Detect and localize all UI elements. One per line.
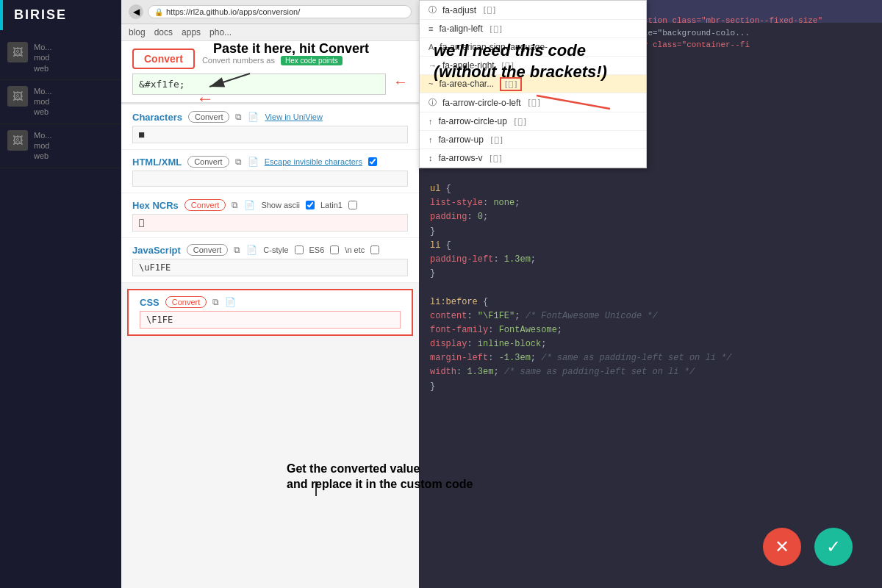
htmlxml-convert-btn[interactable]: Convert: [187, 156, 229, 168]
fa-arrow-circle-up-code: []: [513, 117, 528, 126]
css-line-11: font-family: FontAwesome;: [430, 323, 871, 337]
fa-adjust-code: []: [482, 5, 497, 15]
javascript-section: JavaScript Convert ⧉ 📄 C-style ES6 \n et…: [121, 238, 419, 283]
convert-numbers-label: Convert numbers as: [202, 56, 275, 65]
dropdown-overlay: ⓘ fa-adjust [] ≡ fa-align-left [] A fa…: [419, 0, 647, 168]
characters-title: Characters: [132, 112, 182, 123]
hexncrs-title: Hex NCRs: [132, 200, 179, 211]
nav-pho[interactable]: pho...: [209, 27, 232, 37]
css-line-9: li:before {: [430, 295, 871, 309]
dropdown-item-fa-arrows-v[interactable]: ↕ fa-arrows-v []: [420, 149, 646, 168]
sidebar-brand: BIRISE: [0, 0, 121, 30]
main-convert-button[interactable]: Convert: [132, 49, 195, 69]
characters-convert-btn[interactable]: Convert: [188, 111, 230, 123]
css-line-12: display: inline-block;: [430, 337, 871, 351]
sidebar-item-1[interactable]: 🖼 Mo...modweb: [0, 36, 121, 80]
dropdown-item-fa-adjust[interactable]: ⓘ fa-adjust []: [420, 1, 646, 20]
htmlxml-copy-icon[interactable]: ⧉: [235, 157, 242, 167]
fa-american-name: fa-american-sign-language-: [440, 42, 548, 52]
css-line-8: [430, 281, 871, 295]
javascript-file-icon[interactable]: 📄: [246, 245, 257, 255]
url-text: https://rl2a.github.io/apps/conversion/: [166, 7, 300, 16]
sidebar-item-3[interactable]: 🖼 Mo...modweb: [0, 124, 121, 168]
css-line-7: }: [430, 267, 871, 281]
fa-angle-right-code: []: [501, 61, 515, 71]
fa-area-char-code: []: [500, 79, 522, 89]
escape-invisible-btn[interactable]: Escape invisible characters: [265, 157, 362, 166]
url-bar[interactable]: 🔒 https://rl2a.github.io/apps/conversion…: [148, 5, 412, 18]
fa-arrows-v-code: []: [489, 154, 503, 163]
fa-arrows-v-name: fa-arrows-v: [439, 153, 483, 163]
css-line-10: content: "\F1FE"; /* FontAwesome Unicode…: [430, 309, 871, 323]
fa-arrow-circle-o-left-name: fa-arrow-circle-o-left: [442, 98, 521, 108]
htmlxml-result: [132, 171, 408, 187]
fa-arrow-up-name: fa-arrow-up: [439, 135, 484, 145]
css-line-14: width: 1.3em; /* same as padding-left se…: [430, 365, 871, 379]
es6-checkbox[interactable]: [330, 245, 339, 254]
dropdown-item-fa-arrow-circle-o-left[interactable]: ⓘ fa-arrow-circle-o-left []: [420, 93, 646, 112]
dropdown-item-fa-american[interactable]: A fa-american-sign-language-: [420, 38, 646, 57]
sidebar-item-icon-2: 🖼: [7, 86, 28, 107]
convert-options: Convert numbers as Hex code points: [202, 56, 343, 65]
fa-area-char-icon: ~: [429, 79, 433, 88]
cstyle-checkbox[interactable]: [295, 245, 304, 254]
hexncrs-section: Hex NCRs Convert ⧉ 📄 Show ascii Latin1 : [121, 193, 419, 238]
fa-arrow-circle-up-icon: ↑: [429, 117, 433, 126]
fa-american-icon: A: [429, 43, 434, 51]
characters-copy-icon[interactable]: ⧉: [235, 112, 242, 122]
html-line1: <section class="mbr-section--fixed-size": [628, 16, 822, 25]
netc-label: \n etc: [345, 245, 365, 254]
fa-align-left-name: fa-align-left: [439, 24, 482, 34]
confirm-button[interactable]: ✓: [814, 528, 853, 566]
sidebar-item-icon-1: 🖼: [7, 42, 28, 62]
cstyle-label: C-style: [263, 245, 288, 254]
javascript-result: \uF1FE: [132, 259, 408, 276]
sidebar-items: 🖼 Mo...modweb 🖼 Mo...modweb 🖼 Mo...modwe…: [0, 36, 121, 168]
fa-arrow-circle-o-left-code: []: [527, 98, 542, 107]
css-code-content: ul { list-style: none; padding: 0; } li …: [419, 171, 882, 405]
latin1-checkbox[interactable]: [348, 201, 357, 209]
css-result: \F1FE: [140, 311, 401, 329]
sidebar-item-2[interactable]: 🖼 Mo...modweb: [0, 80, 121, 124]
hexncrs-copy-icon[interactable]: ⧉: [232, 200, 238, 210]
dropdown-item-fa-angle-right[interactable]: → fa-angle-right []: [420, 57, 646, 75]
javascript-convert-btn[interactable]: Convert: [187, 244, 229, 256]
cancel-button[interactable]: ✕: [763, 528, 801, 566]
hexncrs-file-icon[interactable]: 📄: [244, 200, 255, 210]
fa-area-highlighted-code: []: [500, 77, 522, 91]
css-convert-btn[interactable]: Convert: [165, 296, 207, 308]
back-button[interactable]: ◀: [129, 4, 143, 19]
fa-arrow-up-icon: ↑: [429, 135, 433, 144]
css-section-highlighted: CSS Convert ⧉ 📄 \F1FE: [127, 289, 413, 336]
characters-file-icon[interactable]: 📄: [248, 112, 259, 122]
javascript-copy-icon[interactable]: ⧉: [234, 245, 240, 255]
html-code-preview: <section class="mbr-section--fixed-size"…: [617, 7, 882, 59]
show-ascii-checkbox[interactable]: [306, 201, 315, 209]
hexncrs-convert-btn[interactable]: Convert: [184, 199, 226, 211]
css-copy-icon[interactable]: ⧉: [212, 297, 219, 307]
view-in-uniview-btn[interactable]: View in UniView: [265, 112, 322, 121]
nav-blog[interactable]: blog: [129, 27, 146, 37]
nav-docs[interactable]: docs: [154, 27, 173, 37]
lock-icon: 🔒: [154, 8, 163, 16]
show-ascii-label: Show ascii: [261, 201, 300, 209]
htmlxml-file-icon[interactable]: 📄: [248, 157, 259, 167]
escape-invisible-checkbox[interactable]: [368, 157, 377, 166]
hex-code-points-tag[interactable]: Hex code points: [281, 56, 343, 65]
css-line-13: margin-left: -1.3em; /* same as padding-…: [430, 351, 871, 365]
dropdown-item-fa-align-left[interactable]: ≡ fa-align-left []: [420, 20, 646, 38]
css-line-4: }: [430, 225, 871, 239]
fa-adjust-name: fa-adjust: [442, 5, 476, 15]
dropdown-item-fa-area-char[interactable]: ~ fa-area-char... []: [420, 75, 646, 93]
dropdown-item-fa-arrow-up[interactable]: ↑ fa-arrow-up []: [420, 131, 646, 149]
dropdown-item-fa-arrow-circle-up[interactable]: ↑ fa-arrow-circle-up []: [420, 112, 646, 131]
css-title: CSS: [140, 297, 159, 308]
netc-checkbox[interactable]: [370, 245, 379, 254]
htmlxml-title: HTML/XML: [132, 157, 182, 168]
fa-arrow-up-code: []: [490, 135, 504, 145]
nav-apps[interactable]: apps: [182, 27, 201, 37]
css-line-1: ul {: [430, 182, 871, 196]
latin1-label: Latin1: [320, 201, 343, 209]
htmlxml-section: HTML/XML Convert ⧉ 📄 Escape invisible ch…: [121, 150, 419, 193]
css-file-icon[interactable]: 📄: [225, 297, 236, 307]
